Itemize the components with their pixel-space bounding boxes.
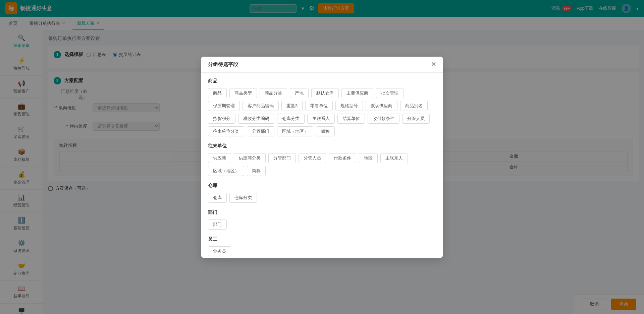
field-tag[interactable]: 收付款条件 [368,114,399,124]
field-group-product: 商品 商品商品类型商品分类产地默认仓库主要供应商批次管理保质期管理客户商品编码重… [208,78,436,136]
field-tag[interactable]: 商品分类 [260,88,287,98]
field-tag[interactable]: 仓库 [208,193,227,203]
product-field-tags: 商品商品类型商品分类产地默认仓库主要供应商批次管理保质期管理客户商品编码重量3零… [208,88,436,136]
field-tag[interactable]: 供应商分类 [234,153,266,163]
modal-title: 分组待选字段 [208,61,238,68]
field-tag[interactable]: 默认仓库 [311,88,339,98]
field-tag[interactable]: 分管部门 [268,153,296,163]
department-field-tags: 部门 [208,219,436,230]
field-group-product-title: 商品 [208,78,436,84]
field-group-warehouse: 仓库 仓库仓库分类 [208,183,436,203]
modal-body: 商品 商品商品类型商品分类产地默认仓库主要供应商批次管理保质期管理客户商品编码重… [201,73,443,258]
field-tag[interactable]: 默认供应商 [366,101,397,111]
field-group-counterpart-title: 往来单位 [208,143,436,149]
field-tag[interactable]: 业务员 [208,246,231,256]
field-tag[interactable]: 零售单位 [305,101,333,111]
field-tag[interactable]: 往来单位分类 [208,126,244,136]
field-tag[interactable]: 保质期管理 [208,101,240,111]
field-tag[interactable]: 地区 [359,153,378,163]
field-tag[interactable]: 税收分类编码 [238,114,274,124]
modal-overlay[interactable]: 分组待选字段 ✕ 商品 商品商品类型商品分类产地默认仓库主要供应商批次管理保质期… [0,0,644,314]
field-tag[interactable]: 仓库分类 [229,193,257,203]
field-tag[interactable]: 重量3 [281,101,303,111]
field-tag[interactable]: 商品 [208,88,227,98]
modal-close-button[interactable]: ✕ [431,61,436,67]
field-tag[interactable]: 主联系人 [307,114,335,124]
field-group-department: 部门 部门 [208,209,436,230]
field-tag[interactable]: 规格型号 [335,101,363,111]
field-tag[interactable]: 区域（地区） [208,166,244,176]
field-select-modal: 分组待选字段 ✕ 商品 商品商品类型商品分类产地默认仓库主要供应商批次管理保质期… [201,57,443,258]
field-group-warehouse-title: 仓库 [208,183,436,189]
field-tag[interactable]: 部门 [208,219,227,230]
field-tag[interactable]: 产地 [290,88,309,98]
field-tag[interactable]: 简称 [247,166,266,176]
field-tag[interactable]: 付款条件 [329,153,356,163]
counterpart-field-tags: 供应商供应商分类分管部门分管人员付款条件地区主联系人区域（地区）简称 [208,153,436,176]
field-tag[interactable]: 分管部门 [247,126,274,136]
modal-header: 分组待选字段 ✕ [201,57,443,73]
field-tag[interactable]: 分管人员 [402,114,430,124]
field-group-employee-title: 员工 [208,236,436,242]
field-tag[interactable]: 商品类型 [229,88,257,98]
field-tag[interactable]: 商品别名 [400,101,428,111]
field-tag[interactable]: 结算单位 [337,114,365,124]
employee-field-tags: 业务员 [208,246,436,256]
field-group-department-title: 部门 [208,209,436,215]
field-tag[interactable]: 简称 [316,126,335,136]
field-tag[interactable]: 主要供应商 [341,88,373,98]
field-tag[interactable]: 主联系人 [380,153,408,163]
field-tag[interactable]: 批次管理 [376,88,404,98]
field-tag[interactable]: 区域（地区） [277,126,313,136]
field-tag[interactable]: 仓库分类 [277,114,305,124]
field-tag[interactable]: 供应商 [208,153,231,163]
warehouse-field-tags: 仓库仓库分类 [208,193,436,203]
field-group-employee: 员工 业务员 [208,236,436,256]
field-group-counterpart: 往来单位 供应商供应商分类分管部门分管人员付款条件地区主联系人区域（地区）简称 [208,143,436,176]
field-tag[interactable]: 客户商品编码 [243,101,279,111]
field-tag[interactable]: 分管人员 [299,153,326,163]
field-tag[interactable]: 拣货积分 [208,114,235,124]
